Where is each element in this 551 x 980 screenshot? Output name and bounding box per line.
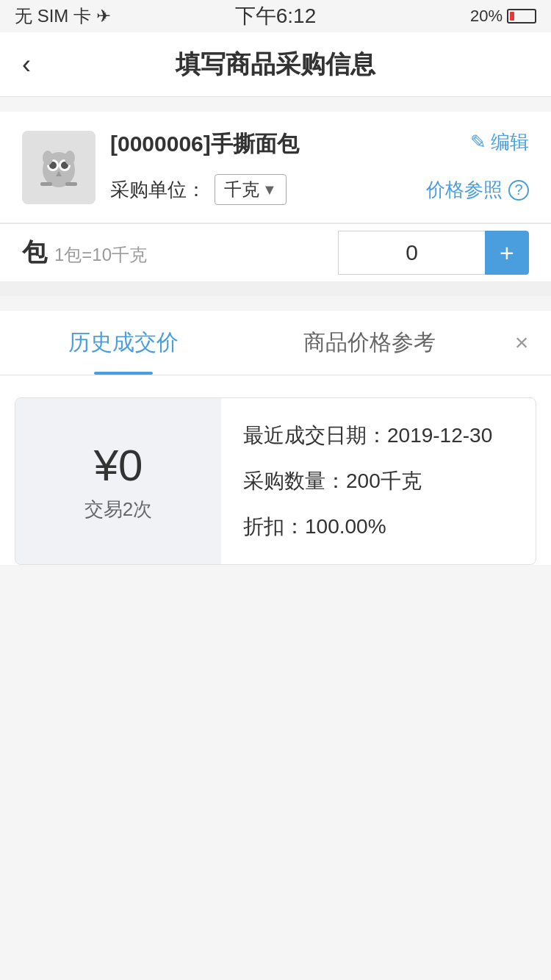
- product-info: [0000006]手撕面包 采购单位： 千克 ▼: [110, 129, 299, 205]
- status-time: 下午6:12: [235, 2, 317, 30]
- status-left: 无 SIM 卡 ✈: [15, 4, 111, 28]
- product-thumbnail: [22, 131, 96, 204]
- purchase-qty-label: 采购数量：: [243, 469, 346, 492]
- unit-value: 千克: [224, 178, 259, 201]
- tabs-section: 历史成交价 商品价格参考 × ¥0 交易2次 最近成交日期：2019-12-30…: [0, 311, 551, 565]
- price-amount: ¥0: [94, 440, 143, 491]
- unit-main-label: 包: [22, 236, 47, 270]
- tab-close-button[interactable]: ×: [492, 329, 551, 356]
- recent-date-label: 最近成交日期：: [243, 424, 387, 447]
- product-left: [0000006]手撕面包 采购单位： 千克 ▼: [22, 129, 299, 205]
- status-bar: 无 SIM 卡 ✈ 下午6:12 20%: [0, 0, 551, 32]
- quantity-value: 0: [406, 240, 418, 265]
- transactions-count: 交易2次: [84, 497, 152, 522]
- price-details-panel: 最近成交日期：2019-12-30 采购数量：200千克 折扣：100.00%: [221, 398, 536, 564]
- edit-label: 编辑: [491, 129, 529, 155]
- purchase-qty-value: 200千克: [346, 469, 422, 492]
- product-unit-row: 采购单位： 千克 ▼: [110, 174, 299, 205]
- unit-selector[interactable]: 千克 ▼: [215, 174, 287, 205]
- page-title: 填写商品采购信息: [176, 48, 375, 82]
- status-right: 20%: [470, 7, 536, 26]
- battery-percent: 20%: [470, 7, 503, 26]
- price-ref-button[interactable]: 价格参照 ?: [426, 177, 529, 203]
- svg-point-6: [43, 151, 53, 165]
- help-icon: ?: [508, 180, 529, 201]
- quantity-label: 包 1包=10千克: [22, 236, 147, 270]
- tabs-header: 历史成交价 商品价格参考 ×: [0, 311, 551, 375]
- price-ref-card: ¥0 交易2次 最近成交日期：2019-12-30 采购数量：200千克 折扣：…: [15, 397, 536, 565]
- purchase-qty-row: 采购数量：200千克: [243, 466, 514, 497]
- tab-active-indicator: [94, 372, 153, 375]
- product-right: ✎ 编辑 价格参照 ?: [426, 129, 529, 203]
- product-header: [0000006]手撕面包 采购单位： 千克 ▼ ✎ 编辑 价格参照 ?: [22, 129, 529, 205]
- price-summary-panel: ¥0 交易2次: [15, 398, 221, 564]
- dropdown-arrow-icon: ▼: [262, 181, 277, 198]
- discount-value: 100.00%: [305, 515, 386, 538]
- battery-icon: [507, 9, 536, 24]
- recent-date-value: 2019-12-30: [387, 424, 492, 447]
- tab-product-price-ref-label: 商品价格参考: [303, 328, 436, 358]
- product-name: [0000006]手撕面包: [110, 129, 299, 159]
- section-separator: [0, 281, 551, 296]
- svg-point-7: [65, 151, 75, 165]
- edit-button[interactable]: ✎ 编辑: [470, 129, 529, 155]
- svg-rect-9: [65, 182, 77, 186]
- quantity-section: 包 1包=10千克 0 +: [0, 223, 551, 281]
- tab-history-price[interactable]: 历史成交价: [0, 311, 246, 375]
- purchase-unit-label: 采购单位：: [110, 177, 206, 203]
- price-ref-label: 价格参照: [426, 177, 503, 203]
- tab-history-price-label: 历史成交价: [68, 328, 179, 358]
- product-card: [0000006]手撕面包 采购单位： 千克 ▼ ✎ 编辑 价格参照 ?: [0, 112, 551, 223]
- discount-label: 折扣：: [243, 515, 305, 538]
- svg-rect-8: [40, 182, 52, 186]
- discount-row: 折扣：100.00%: [243, 511, 514, 542]
- edit-icon: ✎: [470, 131, 486, 154]
- recent-date-row: 最近成交日期：2019-12-30: [243, 420, 514, 451]
- unit-conversion-label: 1包=10千克: [54, 243, 147, 267]
- back-button[interactable]: ‹: [15, 42, 38, 87]
- quantity-input[interactable]: 0: [338, 231, 485, 275]
- quantity-controls: 0 +: [338, 231, 529, 275]
- quantity-plus-button[interactable]: +: [485, 231, 529, 275]
- nav-bar: ‹ 填写商品采购信息: [0, 32, 551, 97]
- tab-product-price-ref[interactable]: 商品价格参考: [246, 311, 492, 375]
